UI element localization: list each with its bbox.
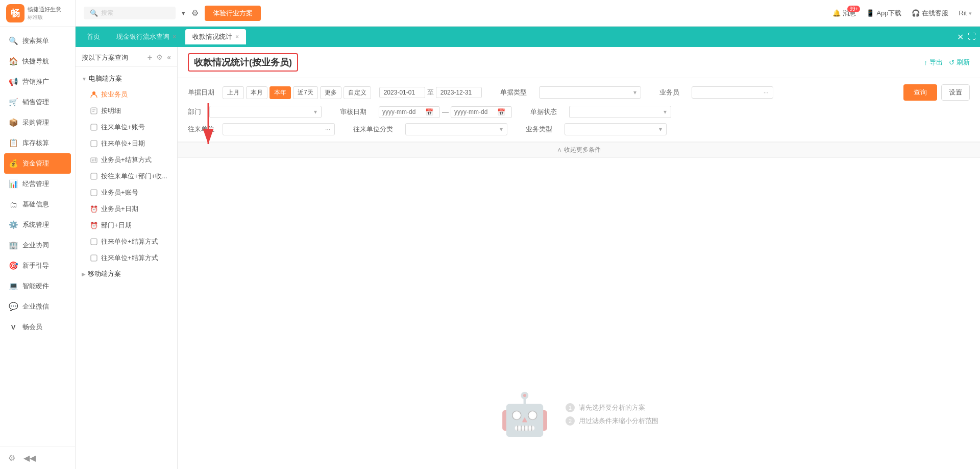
review-end-field[interactable]: 📅	[451, 106, 512, 118]
sidebar-item-basic[interactable]: 🗂 基础信息	[0, 194, 75, 215]
list-item-partner-settle1[interactable]: 往来单位+结算方式	[76, 233, 177, 250]
calendar-end-icon[interactable]: 📅	[497, 108, 505, 116]
collapse-bar[interactable]: ∧ 收起更多条件	[178, 142, 980, 158]
settings-button[interactable]: 设置	[941, 84, 970, 101]
sidebar-item-hardware[interactable]: 💻 智能硬件	[0, 276, 75, 296]
online-service-button[interactable]: 🎧 在线客服	[912, 9, 948, 18]
list-item-dept-date[interactable]: ⏰ 部门+日期	[76, 217, 177, 233]
partner-select[interactable]: ···	[223, 123, 335, 135]
partner-account-icon	[90, 123, 98, 131]
list-item-by-salesperson[interactable]: 按业务员	[76, 86, 177, 103]
sidebar-item-purchase[interactable]: 📦 采购管理	[0, 112, 75, 133]
bt-arrow-icon: ▾	[659, 126, 662, 133]
last-month-btn[interactable]: 上月	[223, 86, 244, 99]
close-all-tabs-icon[interactable]: ✕	[957, 32, 964, 42]
biz-type-select[interactable]: ▾	[565, 123, 667, 135]
app-download-button[interactable]: 📱 App下载	[866, 9, 901, 18]
review-start-input[interactable]	[382, 108, 423, 115]
close-bank-tab-icon[interactable]: ×	[173, 33, 176, 40]
tab-bank[interactable]: 现金银行流水查询 ×	[109, 29, 183, 44]
partner-dots-icon: ···	[325, 126, 330, 133]
list-item-salesperson-settle[interactable]: 业务员+结算方式	[76, 152, 177, 168]
dept-date-icon: ⏰	[90, 221, 98, 229]
tab-collection[interactable]: 收款情况统计 ×	[185, 29, 246, 44]
sidebar-item-search[interactable]: 🔍 搜索菜单	[0, 31, 75, 51]
list-item-salesperson-date[interactable]: ⏰ 业务员+日期	[76, 201, 177, 217]
collapse-sidebar-icon[interactable]: ◀◀	[23, 453, 36, 463]
salesperson-icon	[90, 90, 98, 99]
user-menu[interactable]: Rit ▾	[959, 9, 972, 17]
empty-robot-icon: 🤖	[499, 390, 550, 438]
headset-icon: 🎧	[912, 9, 920, 17]
this-year-btn[interactable]: 本年	[270, 86, 291, 99]
marketing-icon: 📢	[8, 77, 18, 87]
system-icon: ⚙️	[8, 220, 18, 230]
list-item-partner-settle2[interactable]: 往来单位+结算方式	[76, 250, 177, 266]
sidebar-item-inventory[interactable]: 📋 库存核算	[0, 133, 75, 153]
close-collection-tab-icon[interactable]: ×	[235, 33, 239, 40]
date-label: 单据日期	[188, 88, 214, 97]
export-button[interactable]: ↑ 导出	[924, 58, 943, 67]
date-end-input[interactable]: 2023-12-31	[436, 87, 482, 98]
ps1-icon	[90, 238, 98, 246]
sidebar-item-shortcut[interactable]: 🏠 快捷导航	[0, 51, 75, 72]
svg-rect-1	[91, 108, 97, 114]
sidebar-item-marketing[interactable]: 📢 营销推广	[0, 72, 75, 92]
doc-status-select[interactable]: ▾	[569, 106, 671, 118]
tab-home[interactable]: 首页	[80, 29, 107, 44]
panel-collapse-icon[interactable]: «	[167, 53, 171, 62]
dept-arrow-icon: ▾	[314, 108, 317, 115]
query-button[interactable]: 查询	[903, 84, 937, 101]
sidebar-item-member[interactable]: V 畅会员	[0, 317, 75, 337]
message-button[interactable]: 🔔 消息 99+	[832, 9, 856, 18]
review-end-input[interactable]	[454, 108, 495, 115]
settings-bottom-icon[interactable]: ⚙	[8, 453, 15, 463]
header-dropdown-icon[interactable]: ▾	[182, 9, 185, 17]
list-item-partner-dept[interactable]: 按往来单位+部门+收...	[76, 168, 177, 184]
mobile-section-title[interactable]: ▶ 移动端方案	[76, 266, 177, 282]
fullscreen-icon[interactable]: ⛶	[968, 32, 976, 41]
list-item-partner-date[interactable]: 往来单位+日期	[76, 135, 177, 152]
mobile-section: ▶ 移动端方案	[76, 266, 177, 282]
sidebar-item-finance[interactable]: 💰 资金管理	[4, 153, 71, 174]
this-month-btn[interactable]: 本月	[246, 86, 267, 99]
guide-icon: 🎯	[8, 261, 18, 271]
list-item-partner-account[interactable]: 往来单位+账号	[76, 119, 177, 135]
ps2-icon	[90, 254, 98, 262]
svg-rect-10	[91, 173, 97, 179]
search-icon: 🔍	[8, 36, 18, 46]
trial-button[interactable]: 体验行业方案	[205, 6, 261, 21]
sidebar-item-guide[interactable]: 🎯 新手引导	[0, 255, 75, 276]
panel-list: ▼ 电脑端方案 按业务员 按明细	[76, 67, 177, 469]
sidebar-item-operation[interactable]: 📊 经营管理	[0, 174, 75, 194]
desktop-section: ▼ 电脑端方案 按业务员 按明细	[76, 71, 177, 266]
doc-type-select[interactable]: ▾	[539, 86, 641, 99]
export-icon: ↑	[924, 59, 928, 66]
partner-label: 往来单位	[188, 125, 214, 134]
salesperson-select[interactable]: ···	[692, 86, 773, 99]
panel-settings-icon[interactable]: ⚙	[156, 53, 163, 62]
7days-btn[interactable]: 近7天	[293, 86, 318, 99]
list-item-by-detail[interactable]: 按明细	[76, 103, 177, 119]
sidebar-item-corp[interactable]: 🏢 企业协同	[0, 235, 75, 255]
partner-category-select[interactable]: ▾	[405, 123, 507, 135]
sidebar-item-wechat[interactable]: 💬 企业微信	[0, 296, 75, 317]
custom-btn[interactable]: 自定义	[344, 86, 371, 99]
left-panel: 按以下方案查询 + ⚙ « ▼ 电脑端方案	[76, 47, 178, 469]
empty-state: 🤖 1 请先选择要分析的方案 2 用过滤条件来缩小分析范围	[499, 390, 658, 438]
panel-add-icon[interactable]: +	[148, 53, 152, 62]
list-item-salesperson-account[interactable]: 业务员+账号	[76, 184, 177, 201]
review-start-field[interactable]: 📅	[379, 106, 440, 118]
more-btn[interactable]: 更多	[320, 86, 341, 99]
dept-select[interactable]: ▾	[209, 106, 322, 118]
calendar-start-icon[interactable]: 📅	[425, 108, 433, 116]
home-icon: 🏠	[8, 56, 18, 66]
date-start-input[interactable]: 2023-01-01	[379, 87, 425, 98]
header-gear-icon[interactable]: ⚙	[191, 8, 199, 18]
desktop-section-title[interactable]: ▼ 电脑端方案	[76, 71, 177, 86]
sidebar-item-sales[interactable]: 🛒 销售管理	[0, 92, 75, 112]
page-content: 按以下方案查询 + ⚙ « ▼ 电脑端方案	[76, 47, 980, 469]
refresh-button[interactable]: ↺ 刷新	[949, 58, 970, 67]
sidebar-item-system[interactable]: ⚙️ 系统管理	[0, 215, 75, 235]
page-title: 收款情况统计(按业务员)	[194, 57, 292, 67]
